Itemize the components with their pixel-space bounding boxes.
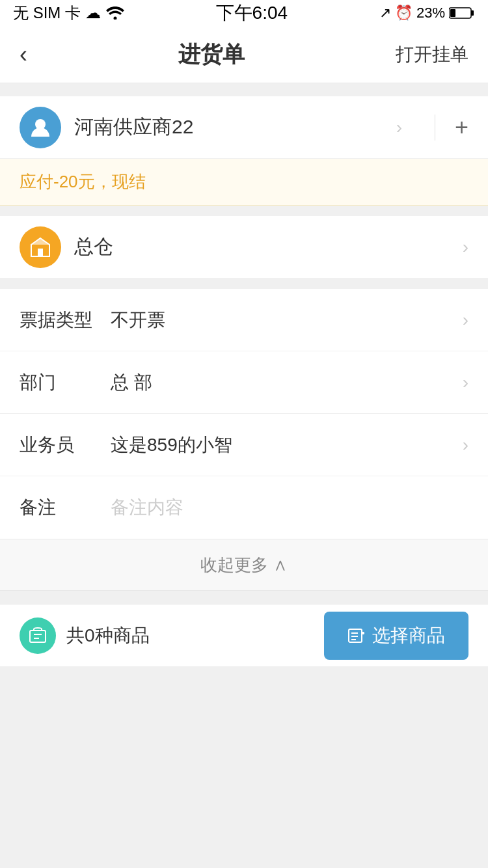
supplier-section[interactable]: 河南供应商22 › + xyxy=(0,96,488,159)
salesman-label: 业务员 xyxy=(20,433,111,457)
battery-text: 23% xyxy=(416,5,445,21)
svg-point-0 xyxy=(113,17,116,20)
warehouse-section[interactable]: 总仓 › xyxy=(0,216,488,278)
supplier-divider xyxy=(435,115,435,141)
notice-bar: 应付-20元，现结 xyxy=(0,159,488,206)
status-bar: 无 SIM 卡 ☁ 下午6:04 ↗ ⏰ 23% xyxy=(0,0,488,26)
gap-2 xyxy=(0,206,488,216)
salesman-row[interactable]: 业务员 这是859的小智 › xyxy=(0,414,488,476)
supplier-avatar xyxy=(20,107,61,148)
nav-bar: ‹ 进货单 打开挂单 xyxy=(0,26,488,83)
form-section: 票据类型 不开票 › 部门 总 部 › 业务员 这是859的小智 › 备注 备注… xyxy=(0,289,488,539)
wifi-icon xyxy=(106,7,124,20)
supplier-chevron-icon: › xyxy=(396,117,402,138)
invoice-type-chevron-icon: › xyxy=(463,310,468,331)
remark-label: 备注 xyxy=(20,495,111,520)
location-icon: ↗ xyxy=(379,5,391,21)
remark-input[interactable]: 备注内容 xyxy=(111,495,468,520)
back-button[interactable]: ‹ xyxy=(20,41,27,68)
page-title: 进货单 xyxy=(178,40,245,70)
gap-3 xyxy=(0,278,488,289)
salesman-value: 这是859的小智 xyxy=(111,433,463,457)
department-row[interactable]: 部门 总 部 › xyxy=(0,351,488,414)
status-time: 下午6:04 xyxy=(216,1,288,25)
main-background xyxy=(0,666,488,861)
department-chevron-icon: › xyxy=(463,372,468,393)
section-gap-1 xyxy=(0,83,488,96)
svg-rect-3 xyxy=(450,9,455,17)
select-product-icon xyxy=(347,627,366,645)
svg-rect-2 xyxy=(471,10,474,16)
cart-icon xyxy=(27,625,48,646)
open-pending-button[interactable]: 打开挂单 xyxy=(396,42,468,67)
person-icon xyxy=(29,116,52,139)
status-left: 无 SIM 卡 ☁ xyxy=(13,3,124,23)
battery-icon xyxy=(449,7,475,20)
warehouse-name: 总仓 xyxy=(74,234,463,260)
department-value: 总 部 xyxy=(111,370,463,395)
supplier-name: 河南供应商22 xyxy=(74,114,396,141)
svg-rect-5 xyxy=(38,249,43,256)
notice-text: 应付-20元，现结 xyxy=(20,172,146,191)
svg-rect-6 xyxy=(30,631,46,642)
select-product-button[interactable]: 选择商品 xyxy=(324,612,468,660)
add-supplier-button[interactable]: + xyxy=(455,114,468,141)
status-right: ↗ ⏰ 23% xyxy=(379,5,475,21)
invoice-type-value: 不开票 xyxy=(111,308,463,332)
product-icon-wrap xyxy=(20,617,56,654)
product-count: 共0种商品 xyxy=(66,623,324,648)
department-label: 部门 xyxy=(20,370,111,395)
collapse-label: 收起更多 ∧ xyxy=(200,554,287,576)
alarm-icon: ⏰ xyxy=(395,5,413,21)
warehouse-icon xyxy=(29,236,51,258)
select-product-label: 选择商品 xyxy=(372,623,445,648)
invoice-type-row[interactable]: 票据类型 不开票 › xyxy=(0,289,488,351)
collapse-row[interactable]: 收起更多 ∧ xyxy=(0,539,488,591)
gap-4 xyxy=(0,591,488,604)
remark-row[interactable]: 备注 备注内容 xyxy=(0,476,488,539)
warehouse-chevron-icon: › xyxy=(463,237,468,258)
invoice-type-label: 票据类型 xyxy=(20,308,111,332)
sim-status: 无 SIM 卡 ☁ xyxy=(13,3,101,23)
bottom-bar: 共0种商品 选择商品 xyxy=(0,604,488,666)
warehouse-icon-wrap xyxy=(20,226,61,268)
salesman-chevron-icon: › xyxy=(463,435,468,455)
